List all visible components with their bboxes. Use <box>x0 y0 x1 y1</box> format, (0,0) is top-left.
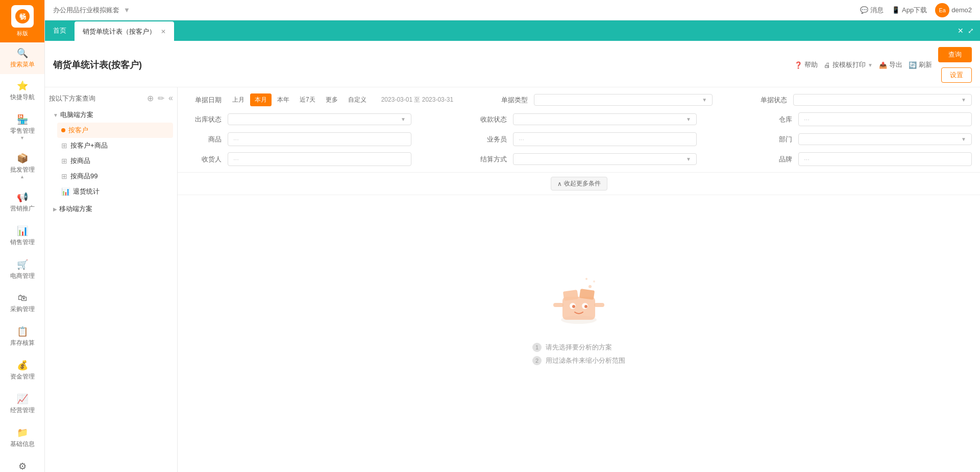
inventory-icon: 📋 <box>17 326 28 337</box>
sidebar-item-system[interactable]: ⚙ 系统管理 <box>0 455 44 472</box>
collapse-label: 收起更多条件 <box>564 179 601 188</box>
sidebar-item-wholesale[interactable]: 📦 批发管理 ▲ <box>0 147 44 185</box>
account-dropdown-icon[interactable]: ▼ <box>124 6 130 14</box>
doc-type-select[interactable]: ▼ <box>534 94 713 106</box>
tab-sales-stat[interactable]: 销货单统计表（按客户） ✕ <box>75 21 174 42</box>
tab-bar-actions: ✕ ⤢ <box>958 27 980 35</box>
filter-row-2: 出库状态 ▼ 收款状态 ▼ 仓库 <box>186 112 972 126</box>
ecommerce-icon: 🛒 <box>17 259 28 270</box>
scheme-group-desktop-header[interactable]: ▼ 电脑端方案 <box>49 107 173 123</box>
scheme-group-desktop-label: 电脑端方案 <box>60 110 93 120</box>
user-name-label: demo2 <box>951 6 972 14</box>
print-button[interactable]: 🖨 按模板打印 ▼ <box>824 60 873 69</box>
department-label: 部门 <box>756 135 792 144</box>
settlement-select[interactable]: ▼ <box>513 153 697 165</box>
collapse-panel-icon[interactable]: « <box>168 93 173 103</box>
sidebar-item-inventory[interactable]: 📋 库存核算 <box>0 320 44 353</box>
department-select[interactable]: ▼ <box>798 133 972 145</box>
export-button[interactable]: 📤 导出 <box>879 60 902 69</box>
sidebar-item-basic[interactable]: 📁 基础信息 <box>0 421 44 455</box>
user-nav-item[interactable]: Ea demo2 <box>935 3 972 17</box>
marketing-icon: 📢 <box>17 192 28 203</box>
recipient-select[interactable]: ··· <box>228 152 411 166</box>
app-download-nav-item[interactable]: 📱 App下载 <box>892 6 927 15</box>
btn-actions: 查询 设置 <box>938 47 972 83</box>
date-tab-this-year[interactable]: 本年 <box>273 93 294 106</box>
sidebar-item-operation[interactable]: 📈 经营管理 <box>0 387 44 421</box>
scheme-item-by-customer-product[interactable]: ⊞ 按客户+商品 <box>57 138 173 153</box>
sidebar-item-label: 营销推广 <box>10 204 35 213</box>
help-button[interactable]: ❓ 帮助 <box>794 60 818 69</box>
sidebar-item-quick-nav[interactable]: ⭐ 快捷导航 <box>0 74 44 108</box>
help-label: 帮助 <box>804 60 818 69</box>
scheme-active-dot <box>61 128 65 132</box>
refresh-label: 刷新 <box>919 60 932 69</box>
warehouse-select[interactable]: ··· <box>798 112 972 126</box>
sidebar-item-sales[interactable]: 📊 销售管理 <box>0 219 44 253</box>
date-tab-this-month[interactable]: 本月 <box>250 93 272 106</box>
collapse-bar[interactable]: ∧ 收起更多条件 <box>178 173 980 195</box>
filter-row-1: 单据日期 上月 本月 本年 近7天 更多 自定义 2023-03-01 至 20… <box>186 93 972 106</box>
retail-expand-icon: ▼ <box>20 135 24 140</box>
out-status-label: 出库状态 <box>186 115 222 124</box>
svg-text:畅: 畅 <box>19 13 26 20</box>
tab-maximize-icon[interactable]: ⤢ <box>968 27 974 35</box>
sidebar-item-finance[interactable]: 💰 资金管理 <box>0 353 44 387</box>
date-tab-custom[interactable]: 自定义 <box>344 93 371 106</box>
date-tab-more[interactable]: 更多 <box>321 93 342 106</box>
sidebar-item-search[interactable]: 🔍 搜索菜单 <box>0 42 44 74</box>
add-scheme-icon[interactable]: ⊕ <box>147 93 154 103</box>
app-download-label: App下载 <box>902 6 927 15</box>
top-nav-left: 办公用品行业模拟账套 ▼ <box>53 6 130 15</box>
salesperson-select[interactable]: ··· <box>513 132 697 146</box>
top-nav-right: 💬 消息 📱 App下载 Ea demo2 <box>860 3 972 17</box>
message-icon: 💬 <box>860 6 868 14</box>
tab-minimize-icon[interactable]: ✕ <box>958 27 964 35</box>
collapse-button[interactable]: ∧ 收起更多条件 <box>551 177 607 191</box>
recipient-value: ··· <box>233 155 239 163</box>
scheme-item-by-product-99[interactable]: ⊞ 按商品99 <box>57 169 173 184</box>
message-label: 消息 <box>870 6 884 15</box>
sidebar-item-label: 电商管理 <box>10 272 35 280</box>
scheme-item-label: 退货统计 <box>73 187 100 196</box>
date-filter-label: 单据日期 <box>186 96 222 105</box>
recipient-label: 收货人 <box>186 155 222 164</box>
tip-text-2: 用过滤条件来缩小分析范围 <box>546 356 625 365</box>
sidebar-item-ecommerce[interactable]: 🛒 电商管理 <box>0 253 44 287</box>
scheme-sub-desktop: 按客户 ⊞ 按客户+商品 ⊞ 按商品 ⊞ 按商品99 <box>49 123 173 199</box>
scheme-item-label: 按商品99 <box>70 172 97 181</box>
sidebar-item-label: 零售管理 <box>10 127 35 135</box>
date-tab-last-month[interactable]: 上月 <box>228 93 249 106</box>
date-tab-last-7[interactable]: 近7天 <box>295 93 320 106</box>
scheme-item-by-customer[interactable]: 按客户 <box>57 123 173 138</box>
brand-select[interactable]: ··· <box>798 152 972 166</box>
warehouse-value: ··· <box>804 115 810 123</box>
refresh-button[interactable]: 🔄 刷新 <box>909 60 932 69</box>
edit-scheme-icon[interactable]: ✏ <box>158 93 164 103</box>
sidebar-item-purchase[interactable]: 🛍 采购管理 <box>0 287 44 320</box>
date-tabs: 上月 本月 本年 近7天 更多 自定义 <box>228 93 371 106</box>
receipt-status-select[interactable]: ▼ <box>513 113 697 125</box>
tab-home[interactable]: 首页 <box>45 20 75 41</box>
content-area: 销货单统计表(按客户) ❓ 帮助 🖨 按模板打印 ▼ 📤 导出 🔄 刷新 <box>45 41 980 472</box>
message-nav-item[interactable]: 💬 消息 <box>860 6 884 15</box>
settings-button[interactable]: 设置 <box>941 67 972 83</box>
sidebar-item-retail[interactable]: 🏪 零售管理 ▼ <box>0 108 44 147</box>
brand-label: 品牌 <box>756 155 792 164</box>
scheme-item-by-product[interactable]: ⊞ 按商品 <box>57 153 173 169</box>
warehouse-label: 仓库 <box>756 115 792 124</box>
scheme-grid-icon: ⊞ <box>61 141 67 150</box>
settlement-caret-icon: ▼ <box>686 156 691 162</box>
sidebar-item-marketing[interactable]: 📢 营销推广 <box>0 185 44 219</box>
system-icon: ⚙ <box>18 461 27 472</box>
doc-status-select[interactable]: ▼ <box>793 94 972 106</box>
scheme-item-return-stat[interactable]: 📊 退货统计 <box>57 184 173 199</box>
settlement-label: 结算方式 <box>471 155 507 164</box>
department-caret-icon: ▼ <box>961 136 966 142</box>
query-button[interactable]: 查询 <box>938 47 972 62</box>
out-status-select[interactable]: ▼ <box>228 113 411 125</box>
product-select[interactable]: ··· <box>228 132 411 146</box>
scheme-group-mobile-header[interactable]: ▶ 移动端方案 <box>49 201 173 217</box>
doc-status-label: 单据状态 <box>751 96 787 105</box>
tab-close-icon[interactable]: ✕ <box>161 28 166 35</box>
